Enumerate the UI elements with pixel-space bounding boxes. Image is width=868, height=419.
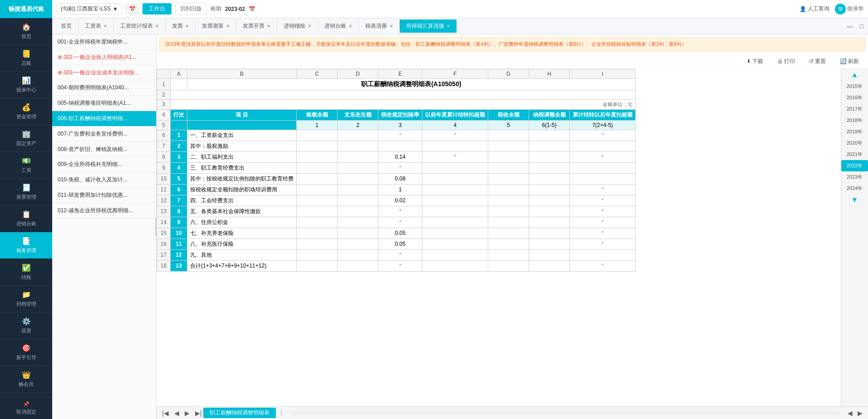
refresh-button[interactable]: 🔄 刷新 (836, 56, 863, 67)
sidebar-item-ledger[interactable]: 📒 总账 (0, 45, 52, 72)
service-icon: 👤 (799, 6, 806, 12)
tax-icon: 📑 (22, 237, 31, 245)
print-button[interactable]: 🖨 打印 (774, 56, 799, 67)
tab-close-calc[interactable]: ✕ (226, 24, 230, 29)
list-item-010[interactable]: 010-免税、减计收入及加计... (52, 172, 156, 188)
sidebar-item-close[interactable]: ✅ 结账 (0, 259, 52, 286)
year-2018[interactable]: 2018年 (841, 115, 868, 126)
table-row[interactable]: 15 10 七、补充养老保险 0.05 * (157, 228, 636, 239)
year-2021[interactable]: 2021年 (841, 149, 868, 160)
user-menu[interactable]: 徐 徐泽华 (835, 4, 863, 15)
scroll-right-button[interactable]: ▶ (856, 409, 864, 418)
sheet-first-button[interactable]: |◀ (160, 409, 171, 418)
year-2024[interactable]: 2024年 (841, 183, 868, 194)
sidebar-item-reports[interactable]: 📊 报表中心 (0, 72, 52, 98)
tab-expand-button[interactable]: □ (858, 22, 866, 31)
tab-close-stats[interactable]: ✕ (155, 24, 159, 29)
bottom-sheet-tab[interactable]: 职工薪酬纳税调整明细表 (203, 408, 276, 418)
year-2019[interactable]: 2019年 (841, 126, 868, 137)
sheet-prev-button[interactable]: ◀ (172, 409, 181, 418)
tab-close-check[interactable]: ✕ (308, 24, 311, 29)
sidebar-item-trade[interactable]: 📋 进销台账 (0, 205, 52, 232)
list-item-002[interactable]: ⊗002-一般企业收入明细表(A1... (52, 50, 156, 65)
sidebar-item-tax[interactable]: 📑 税务管理 (0, 232, 52, 259)
reset-icon: ↺ (809, 58, 814, 64)
tab-close-issue[interactable]: ✕ (267, 24, 270, 29)
year-2020[interactable]: 2020年 (841, 137, 868, 149)
table-row[interactable]: 6 1 一、工资薪金支出 * * * (157, 130, 636, 141)
tab-close-trade[interactable]: ✕ (348, 24, 352, 29)
table-row[interactable]: 12 7 四、工会经费支出 0.02 * (157, 195, 636, 206)
col-F-header: F (422, 69, 488, 78)
tab-invoice-calc[interactable]: 发票测算 ✕ (196, 19, 236, 33)
sidebar-item-salary[interactable]: 💵 工资 (0, 152, 52, 179)
spreadsheet-table: A B C D E F G H I 1 (157, 69, 636, 272)
sheet-options-button[interactable]: ⋮ (276, 410, 287, 416)
tab-invoice-issue[interactable]: 发票开票 ✕ (236, 19, 277, 33)
scroll-left-button[interactable]: ◀ (846, 409, 854, 418)
tab-invoice[interactable]: 发票 ✕ (166, 19, 196, 33)
sidebar-item-assets[interactable]: 🏢 固定资产 (0, 125, 52, 152)
year-scroll-up[interactable]: ▲ (841, 69, 868, 81)
list-item-008[interactable]: 008-资产折旧、摊销及纳税... (52, 142, 156, 157)
company-selector[interactable]: (勾剔) 江西股宝-LSS ▼ (57, 3, 122, 15)
sidebar-item-invoice[interactable]: 🧾 发票管理 (0, 179, 52, 205)
year-scroll-down[interactable]: ▼ (841, 194, 868, 206)
old-version-button[interactable]: 切到旧版 (175, 3, 207, 15)
table-row[interactable]: 9 4 三、职工教育经费支出 * (157, 162, 636, 173)
table-row[interactable]: 11 6 按税收规定全额扣除的职场培训费用 1 * (157, 184, 636, 195)
year-2017[interactable]: 2017年 (841, 103, 868, 115)
list-item-005[interactable]: 005-纳税调整项目明细表(A1... (52, 96, 156, 111)
table-row[interactable]: 7 2 其中：股权激励 (157, 141, 636, 151)
list-item-003[interactable]: ⊗003-一般企业业成本支出明细... (52, 65, 156, 81)
tab-purchase-sales-check[interactable]: 进销稽核 ✕ (277, 19, 318, 33)
sheet-last-button[interactable]: ▶| (193, 409, 204, 418)
list-item-004[interactable]: 004-期间费用明细表(A1040... (52, 80, 156, 96)
sheet-next-button[interactable]: ▶ (183, 409, 191, 418)
customer-service-button[interactable]: 👤 人工客询 (799, 5, 829, 13)
year-2015[interactable]: 2015年 (841, 81, 868, 92)
tab-collapse-button[interactable]: — (844, 22, 855, 31)
table-row[interactable]: 10 5 其中：按税收规定比例扣除的职工教育经费 0.08 (157, 173, 636, 184)
tab-close-income[interactable]: ✕ (446, 24, 450, 29)
table-row[interactable]: 17 12 九、其他 * (157, 249, 636, 260)
tab-salary-stats[interactable]: 工资统计报表 ✕ (114, 19, 166, 33)
horizontal-scrollbar[interactable] (290, 411, 840, 415)
table-row[interactable]: 18 13 合计(1+3+4+7+8+9+10+11+12) * * (157, 260, 636, 271)
tab-trade-ledger[interactable]: 进销台账 ✕ (318, 19, 359, 33)
tab-close-register[interactable]: ✕ (389, 24, 393, 29)
sidebar-item-guide[interactable]: 🎯 新手引导 (0, 339, 52, 366)
workbench-button[interactable]: 工作台 (142, 3, 172, 15)
tab-home[interactable]: 首页 (54, 19, 78, 33)
tab-salary-sheet[interactable]: 工资表 ✕ (78, 19, 114, 33)
spreadsheet-area[interactable]: A B C D E F G H I 1 (157, 69, 840, 406)
list-item-009[interactable]: 009-企业所得税补充明细... (52, 157, 156, 172)
tab-tax-register[interactable]: 税表清册 ✕ (359, 19, 400, 33)
table-row[interactable]: 16 11 八、补充医疗保险 0.05 * (157, 239, 636, 249)
table-row[interactable]: 8 3 二、职工福利支出 0.14 * * (157, 151, 636, 162)
year-2016[interactable]: 2016年 (841, 92, 868, 103)
list-item-012[interactable]: 012-减免企业所得税优惠明细... (52, 203, 156, 219)
sidebar-item-home[interactable]: 🏠 首页 (0, 18, 52, 45)
unpin-button[interactable]: 📌 取消固定 (0, 398, 52, 419)
year-2022[interactable]: 2022年 (841, 160, 868, 171)
sidebar-item-funds[interactable]: 💰 资金管理 (0, 98, 52, 125)
year-2023[interactable]: 2023年 (841, 171, 868, 183)
table-row[interactable]: 13 8 五、各类基本社会保障性缴款 * * (157, 206, 636, 217)
sidebar-item-settings[interactable]: ⚙️ 设置 (0, 312, 52, 339)
list-item-006[interactable]: 006-职工薪酬纳税调整明细... (52, 111, 156, 127)
calendar-period-icon[interactable]: 📅 (249, 6, 255, 12)
sidebar-item-archive[interactable]: 📁 归档管理 (0, 286, 52, 312)
list-item-001[interactable]: 001-企业所得税年度纳税申... (52, 34, 156, 50)
tab-close-salary[interactable]: ✕ (103, 24, 107, 29)
calendar-icon-button[interactable]: 📅 (126, 4, 139, 14)
reset-button[interactable]: ↺ 重置 (805, 56, 829, 67)
table-row[interactable]: 14 9 六、住房公积金 * * (157, 217, 636, 228)
list-item-011[interactable]: 011-研发费用加计扣除优惠... (52, 188, 156, 203)
guide-icon: 🎯 (22, 344, 31, 352)
tab-close-invoice[interactable]: ✕ (185, 24, 189, 29)
download-button[interactable]: ⬇ 下载 (743, 56, 767, 67)
tab-income-tax[interactable]: 所得税汇算清缴 ✕ (400, 19, 457, 33)
sidebar-item-member[interactable]: 👑 畅会员 (0, 366, 52, 393)
list-item-007[interactable]: 007-广告费和业务宣传费明... (52, 127, 156, 142)
